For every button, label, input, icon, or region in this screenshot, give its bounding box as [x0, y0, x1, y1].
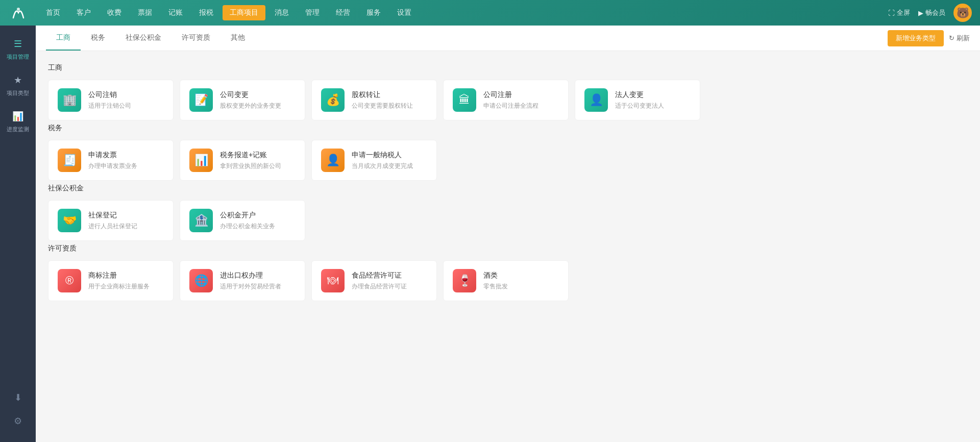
service-card[interactable]: 👤 申请一般纳税人 当月或次月成变更完成	[311, 140, 437, 181]
card-info: 公司变更 股权变更外的业务变更	[220, 90, 296, 110]
card-desc: 申请公司注册全流程	[483, 102, 559, 110]
card-desc: 进行人员社保登记	[88, 222, 164, 231]
top-navigation: 首页客户收费票据记账报税工商项目消息管理经营服务设置 ⛶ 全屏 ▶ 畅会员 🐻	[0, 0, 980, 26]
card-desc: 适于公司变更法人	[615, 102, 691, 110]
card-icon: 🍷	[453, 269, 476, 292]
nav-items: 首页客户收费票据记账报税工商项目消息管理经营服务设置	[39, 5, 888, 20]
tab-税务[interactable]: 税务	[81, 26, 115, 51]
card-icon: 📊	[189, 149, 213, 172]
content-area: 工商税务社保公积金许可资质其他 新增业务类型 ↻ 刷新 工商 🏢 公司注销 适用…	[36, 26, 980, 442]
card-desc: 适用于注销公司	[88, 102, 164, 110]
tab-许可资质[interactable]: 许可资质	[172, 26, 220, 51]
card-desc: 股权变更外的业务变更	[220, 102, 296, 110]
card-desc: 拿到营业执照的新公司	[220, 162, 296, 170]
nav-item-客户[interactable]: 客户	[69, 5, 98, 20]
service-card[interactable]: 👤 法人变更 适于公司变更法人	[575, 80, 700, 120]
tab-社保公积金[interactable]: 社保公积金	[115, 26, 172, 51]
card-info: 法人变更 适于公司变更法人	[615, 90, 691, 110]
service-card[interactable]: 📝 公司变更 股权变更外的业务变更	[180, 80, 305, 120]
section-税务: 税务 🧾 申请发票 办理申请发票业务 📊 税务报道+记账 拿到营业执照的新公司 …	[48, 124, 968, 181]
sidebar-settings-icon[interactable]: ⚙	[12, 410, 24, 432]
card-info: 进出口权办理 适用于对外贸易经营者	[220, 271, 296, 291]
section-许可资质: 许可资质 ® 商标注册 用于企业商标注册服务 🌐 进出口权办理 适用于对外贸易经…	[48, 244, 968, 301]
add-type-button[interactable]: 新增业务类型	[888, 30, 944, 46]
card-icon: 🏢	[58, 88, 81, 112]
card-icon: 🧾	[58, 149, 81, 172]
section-社保公积金: 社保公积金 🤝 社保登记 进行人员社保登记 🏦 公积金开户 办理公积金相关业务	[48, 184, 968, 241]
service-card[interactable]: 📊 税务报道+记账 拿到营业执照的新公司	[180, 140, 305, 181]
sidebar-label-project-type: 项目类型	[7, 89, 29, 97]
service-card[interactable]: 🌐 进出口权办理 适用于对外贸易经营者	[180, 260, 305, 301]
top-nav-right: ⛶ 全屏 ▶ 畅会员 🐻	[888, 4, 972, 22]
fullscreen-button[interactable]: ⛶ 全屏	[888, 8, 910, 17]
card-icon: 💰	[321, 88, 345, 112]
tab-其他[interactable]: 其他	[220, 26, 255, 51]
member-button[interactable]: ▶ 畅会员	[918, 8, 945, 17]
card-title: 社保登记	[88, 211, 164, 220]
cards-grid: 🏢 公司注销 适用于注销公司 📝 公司变更 股权变更外的业务变更 💰 股权转让 …	[48, 80, 968, 120]
card-icon: 🏦	[189, 209, 213, 232]
service-card[interactable]: ® 商标注册 用于企业商标注册服务	[48, 260, 174, 301]
card-title: 公司注销	[88, 90, 164, 100]
sidebar-item-project-management[interactable]: ☰ 项目管理	[0, 31, 36, 67]
sidebar-label-project-management: 项目管理	[7, 53, 29, 61]
nav-item-消息[interactable]: 消息	[267, 5, 296, 20]
card-title: 食品经营许可证	[352, 271, 427, 280]
nav-item-设置[interactable]: 设置	[390, 5, 419, 20]
service-card[interactable]: 🏢 公司注销 适用于注销公司	[48, 80, 174, 120]
nav-item-经营[interactable]: 经营	[329, 5, 357, 20]
card-icon: 🍽	[321, 269, 345, 292]
cards-grid: ® 商标注册 用于企业商标注册服务 🌐 进出口权办理 适用于对外贸易经营者 🍽 …	[48, 260, 968, 301]
service-card[interactable]: 💰 股权转让 公司变更需要股权转让	[311, 80, 437, 120]
content-scroll[interactable]: 工商 🏢 公司注销 适用于注销公司 📝 公司变更 股权变更外的业务变更 💰 股权…	[36, 51, 980, 442]
star-icon: ★	[11, 73, 25, 87]
sidebar-item-project-type[interactable]: ★ 项目类型	[0, 67, 36, 103]
tabs-bar: 工商税务社保公积金许可资质其他 新增业务类型 ↻ 刷新	[36, 26, 980, 51]
svg-point-0	[17, 8, 20, 11]
sidebar-item-progress-monitor[interactable]: 📊 进度监测	[0, 103, 36, 139]
nav-item-票据[interactable]: 票据	[131, 5, 159, 20]
nav-item-服务[interactable]: 服务	[359, 5, 388, 20]
card-info: 食品经营许可证 办理食品经营许可证	[352, 271, 427, 291]
card-desc: 办理申请发票业务	[88, 162, 164, 170]
member-label: 畅会员	[925, 8, 945, 17]
card-title: 股权转让	[352, 90, 427, 100]
card-title: 进出口权办理	[220, 271, 296, 280]
nav-item-管理[interactable]: 管理	[298, 5, 327, 20]
refresh-button[interactable]: ↻ 刷新	[949, 34, 970, 43]
sidebar: ☰ 项目管理 ★ 项目类型 📊 进度监测 ⬇ ⚙	[0, 26, 36, 442]
nav-item-收费[interactable]: 收费	[100, 5, 129, 20]
card-icon: 📝	[189, 88, 213, 112]
card-icon: 🏛	[453, 88, 476, 112]
card-desc: 办理食品经营许可证	[352, 282, 427, 291]
avatar[interactable]: 🐻	[953, 4, 972, 22]
tab-工商[interactable]: 工商	[46, 26, 81, 51]
cards-grid: 🧾 申请发票 办理申请发票业务 📊 税务报道+记账 拿到营业执照的新公司 👤 申…	[48, 140, 968, 181]
card-title: 法人变更	[615, 90, 691, 100]
sidebar-download-icon[interactable]: ⬇	[12, 387, 24, 408]
service-card[interactable]: 🍽 食品经营许可证 办理食品经营许可证	[311, 260, 437, 301]
tabs-actions: 新增业务类型 ↻ 刷新	[888, 30, 970, 46]
list-icon: ☰	[11, 37, 25, 51]
refresh-icon: ↻	[949, 34, 954, 42]
nav-item-首页[interactable]: 首页	[39, 5, 67, 20]
section-title: 税务	[48, 124, 968, 133]
fullscreen-icon: ⛶	[888, 9, 895, 17]
service-card[interactable]: 🤝 社保登记 进行人员社保登记	[48, 200, 174, 241]
video-icon: ▶	[918, 9, 923, 17]
card-icon: ®	[58, 269, 81, 292]
sidebar-bottom: ⬇ ⚙	[12, 387, 24, 437]
nav-item-记账[interactable]: 记账	[161, 5, 190, 20]
service-card[interactable]: 🍷 酒类 零售批发	[443, 260, 569, 301]
service-card[interactable]: 🧾 申请发票 办理申请发票业务	[48, 140, 174, 181]
nav-item-报税[interactable]: 报税	[192, 5, 220, 20]
card-info: 申请一般纳税人 当月或次月成变更完成	[352, 151, 427, 170]
sidebar-label-progress-monitor: 进度监测	[7, 126, 29, 133]
card-desc: 当月或次月成变更完成	[352, 162, 427, 170]
card-title: 税务报道+记账	[220, 151, 296, 160]
service-card[interactable]: 🏛 公司注册 申请公司注册全流程	[443, 80, 569, 120]
card-desc: 公司变更需要股权转让	[352, 102, 427, 110]
nav-item-工商项目[interactable]: 工商项目	[223, 5, 265, 20]
service-card[interactable]: 🏦 公积金开户 办理公积金相关业务	[180, 200, 305, 241]
section-title: 工商	[48, 63, 968, 72]
